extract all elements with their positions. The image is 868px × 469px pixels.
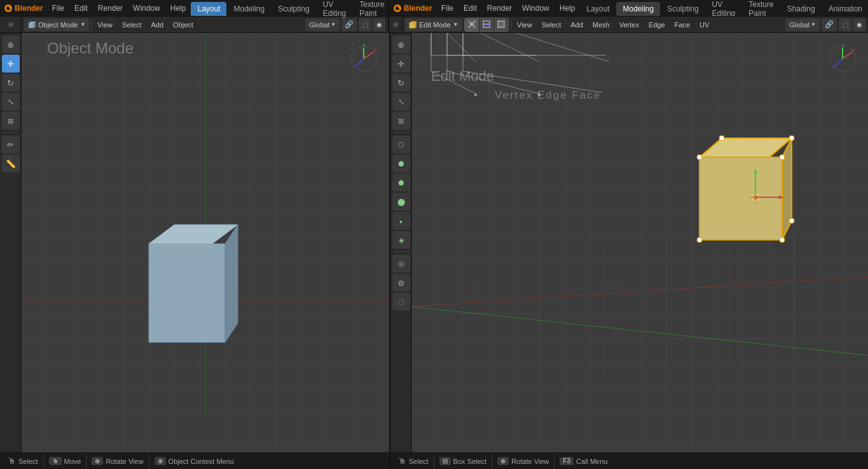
left-menu-file[interactable]: File (47, 0, 69, 17)
cursor-tool-btn[interactable]: ⊕ (2, 36, 20, 53)
face-select-btn[interactable] (494, 18, 508, 31)
right-knife-tool[interactable]: ⬥ (392, 212, 410, 230)
svg-rect-22 (149, 244, 225, 342)
rotate-key-icon-right: ⊕ (497, 457, 509, 465)
right-overlay-btn2[interactable]: ◉ (853, 18, 865, 31)
transform-tool-btn[interactable]: ⊞ (2, 112, 20, 130)
left-menu-edit[interactable]: Edit (69, 0, 93, 17)
left-global-btn[interactable]: Global ▼ (305, 18, 340, 31)
blender-name-right: Blender (404, 4, 432, 13)
left-viewport-canvas[interactable]: Object Mode X (22, 33, 389, 452)
left-header-object[interactable]: Object (169, 18, 197, 31)
box-key-icon-right: ⊟ (439, 457, 451, 465)
right-loop-cut-tool[interactable]: ⬤ (392, 193, 410, 211)
tab-texture-left[interactable]: Texture Paint (353, 2, 390, 16)
right-mode-dropdown[interactable]: Edit Mode ▼ (405, 18, 462, 31)
face-icon (497, 20, 506, 29)
left-menu-render[interactable]: Render (93, 0, 128, 17)
tab-uv-right[interactable]: UV Editing (706, 2, 742, 16)
right-header-view[interactable]: View (513, 18, 536, 31)
right-move-tool[interactable]: ✛ (392, 55, 410, 73)
right-header-mesh[interactable]: Mesh (589, 18, 614, 31)
svg-text:X: X (373, 48, 376, 52)
tab-shading-right[interactable]: Shading (781, 2, 822, 16)
right-cursor-tool[interactable]: ⊕ (392, 36, 410, 53)
measure-tool-btn[interactable]: 📏 (2, 155, 20, 172)
tab-texture-right[interactable]: Texture Paint (742, 2, 780, 16)
right-link-btn[interactable]: 🔗 (822, 18, 837, 31)
svg-point-12 (470, 22, 474, 26)
svg-line-33 (412, 307, 868, 358)
right-header-edge[interactable]: Edge (645, 18, 669, 31)
tab-layout-left[interactable]: Layout (191, 2, 226, 16)
blender-name-left: Blender (15, 4, 43, 13)
right-viewport-canvas[interactable]: Edit Mode Vertex Edge Face (412, 33, 868, 452)
tab-sculpting-right[interactable]: Sculpting (661, 2, 705, 16)
right-extrude-tool[interactable]: ⬡ (392, 136, 410, 153)
right-header-face[interactable]: Face (671, 18, 694, 31)
tab-layout-right[interactable]: Layout (580, 2, 616, 16)
right-overlay-buttons: ⬚ ◉ (839, 18, 865, 31)
right-menu-render[interactable]: Render (482, 0, 517, 17)
left-menu-help[interactable]: Help (165, 0, 191, 17)
right-bevel-tool[interactable]: ⬟ (392, 174, 410, 192)
mouse-icon-left: 🖱 (8, 456, 16, 466)
svg-rect-6 (29, 23, 34, 28)
right-menu-file[interactable]: File (436, 0, 458, 17)
right-menu-edit[interactable]: Edit (458, 0, 482, 17)
tab-modeling-right[interactable]: Modeling (616, 2, 660, 16)
left-header-view[interactable]: View (93, 18, 116, 31)
tab-modeling-left[interactable]: Modeling (227, 2, 271, 16)
right-overlay-btn1[interactable]: ⬚ (839, 18, 851, 31)
right-shear-tool[interactable]: ◌ (392, 293, 410, 311)
left-overlay-btn1[interactable]: ⬚ (359, 18, 371, 31)
right-global-label: Global (789, 21, 809, 29)
left-nav-gizmo[interactable]: X Y Z (348, 43, 380, 74)
right-menu-window[interactable]: Window (517, 0, 555, 17)
right-poly-build-tool[interactable]: ◈ (392, 231, 410, 249)
annotate-tool-btn[interactable]: ✏ (2, 136, 20, 153)
right-status-rotate: ⊕ Rotate View (492, 453, 555, 469)
left-mode-dropdown[interactable]: Object Mode ▼ (24, 18, 89, 31)
left-header-add[interactable]: Add (148, 18, 168, 31)
vertex-select-btn[interactable] (465, 18, 479, 31)
svg-text:X: X (852, 48, 855, 52)
svg-marker-23 (149, 225, 238, 244)
svg-text:Y: Y (841, 43, 844, 48)
right-smooth-tool[interactable]: ◎ (392, 255, 410, 272)
blender-logo-right[interactable]: Blender (389, 4, 436, 13)
left-link-btn[interactable]: 🔗 (341, 18, 357, 31)
right-transform-tool[interactable]: ⊞ (392, 112, 410, 130)
left-header-select[interactable]: Select (118, 18, 146, 31)
rotate-tool-btn[interactable]: ↻ (2, 74, 20, 92)
right-header-add[interactable]: Add (567, 18, 587, 31)
right-shrink-tool[interactable]: ◍ (392, 274, 410, 291)
right-inset-tool[interactable]: ⬢ (392, 155, 410, 172)
right-global-btn[interactable]: Global ▼ (785, 18, 820, 31)
left-menu-window[interactable]: Window (128, 0, 165, 17)
blender-icon-right (393, 4, 402, 13)
svg-marker-48 (782, 138, 792, 240)
right-header-select[interactable]: Select (538, 18, 565, 31)
svg-rect-19 (498, 21, 504, 27)
right-nav-gizmo[interactable]: X Y Z (827, 43, 858, 74)
left-status-context: ⊕ Object Context Menu (149, 453, 239, 469)
tab-animation-right[interactable]: Animation (822, 2, 868, 16)
right-toolbar: ⊕ ✛ ↻ ⤡ ⊞ ⬡ ⬢ ⬟ ⬤ ⬥ ◈ ◎ ◍ ◌ (390, 33, 412, 452)
left-overlay-btn2[interactable]: ◉ (373, 18, 385, 31)
right-rotate-tool[interactable]: ↻ (392, 74, 410, 92)
scale-tool-btn[interactable]: ⤡ (2, 93, 20, 111)
blender-logo-left[interactable]: Blender (0, 4, 47, 13)
edge-select-btn[interactable] (479, 18, 493, 31)
right-header-vertex[interactable]: Vertex (616, 18, 643, 31)
right-scale-tool[interactable]: ⤡ (392, 93, 410, 111)
move-tool-btn[interactable]: ✛ (2, 55, 20, 73)
tab-sculpting-left[interactable]: Sculpting (272, 2, 315, 16)
svg-line-32 (412, 275, 868, 307)
right-menu-help[interactable]: Help (555, 0, 581, 17)
svg-point-49 (697, 155, 702, 160)
right-mode-arrow: ▼ (453, 22, 458, 27)
svg-point-2 (9, 6, 11, 8)
right-header-uv[interactable]: UV (696, 18, 713, 31)
tab-uv-left[interactable]: UV Editing (317, 2, 353, 16)
